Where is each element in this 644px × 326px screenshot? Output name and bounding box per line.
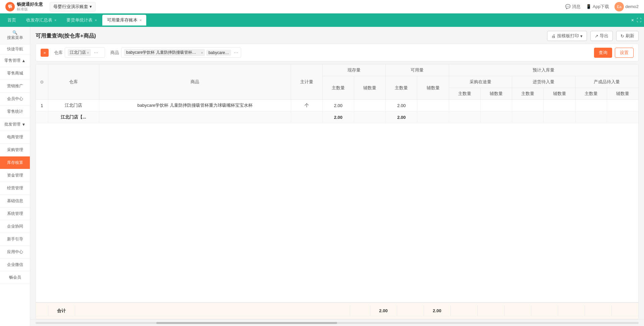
- sidebar-item-marketing[interactable]: 营销推广: [0, 80, 30, 93]
- th-stock-main: 主数量: [322, 76, 354, 100]
- data-table: ⚙ 仓库 商品 主计量 现存量 可用量 预计入库量 主数量 辅数量 主数量 辅数…: [36, 64, 638, 123]
- sidebar-item-vip[interactable]: 畅会员: [0, 271, 30, 284]
- close-all-tabs[interactable]: ×: [631, 17, 634, 23]
- table-footer: 合计 2.00 2.00: [36, 302, 638, 319]
- sidebar-item-inventory[interactable]: 库存核算: [0, 156, 30, 169]
- user-profile[interactable]: Ea demo2: [614, 2, 639, 11]
- warehouse-input[interactable]: 江北门店 × ···: [65, 47, 105, 58]
- export-icon: ↗: [595, 34, 598, 39]
- sidebar-item-ops[interactable]: 经营管理: [0, 182, 30, 195]
- warehouse-tag-close[interactable]: ×: [87, 51, 89, 55]
- sidebar-item-wholesale-mgmt[interactable]: 批发管理 ▼: [0, 118, 30, 131]
- th-product-group: 产成品待入量: [575, 76, 638, 88]
- sidebar-item-purchase[interactable]: 采购管理: [0, 144, 30, 156]
- app-download-button[interactable]: 📱 App下载: [586, 4, 609, 10]
- sidebar-item-ecommerce[interactable]: 电商管理: [0, 131, 30, 144]
- logo-text: 畅捷通好生意 标准版: [17, 2, 43, 11]
- chevron-down-icon: ▾: [580, 34, 583, 39]
- horizontal-scrollbar[interactable]: [36, 322, 639, 324]
- export-button[interactable]: ↗ 导出: [590, 31, 613, 41]
- cell-product-sub: [607, 100, 638, 111]
- subtotal-available-main: 2.00: [386, 111, 417, 123]
- sidebar-item-newbie[interactable]: 新手引导: [0, 233, 30, 246]
- sidebar-item-system[interactable]: 系统管理: [0, 207, 30, 220]
- sidebar-item-zero-retail-mgmt[interactable]: 零售管理 ▲: [0, 54, 30, 67]
- table-container: ⚙ 仓库 商品 主计量 现存量 可用量 预计入库量 主数量 辅数量 主数量 辅数…: [36, 64, 639, 319]
- total-available-main: 2.00: [424, 306, 450, 316]
- sidebar-item-member[interactable]: 会员中心: [0, 93, 30, 105]
- sidebar-item-finance[interactable]: 资金管理: [0, 169, 30, 182]
- tab-order-stats[interactable]: 要货单统计表 ×: [62, 15, 101, 26]
- chevron-down-icon: ▾: [90, 4, 92, 9]
- total-label: 合计: [48, 306, 75, 316]
- filter-expand-button[interactable]: »: [41, 49, 49, 57]
- query-button[interactable]: 查询: [594, 48, 612, 58]
- bottom-bar: [30, 319, 644, 326]
- sidebar-item-enterprise[interactable]: 企业协同: [0, 220, 30, 233]
- page-actions: 🖨 按模板打印 ▾ ↗ 导出 ↻ 刷新: [547, 31, 639, 41]
- subtotal-warehouse: 江北门店【...: [48, 111, 99, 123]
- refresh-icon: ↻: [621, 34, 624, 39]
- th-warehouse: 仓库: [48, 64, 99, 100]
- close-tab-3[interactable]: ×: [140, 18, 142, 22]
- settings-button[interactable]: 设置: [615, 48, 634, 58]
- print-icon: 🖨: [551, 34, 556, 39]
- scroll-thumb[interactable]: [156, 322, 337, 324]
- cell-available-sub: [417, 100, 449, 111]
- th-available-main: 主数量: [386, 76, 417, 100]
- industry-selector[interactable]: 母婴行业演示账套 ▾: [50, 2, 96, 11]
- th-product-sub: 辅数量: [607, 88, 638, 100]
- product-filter: 商品 babycare学饮杯 儿童防摔防撞吸管杯重力球吸嘴杯宝宝水杯 × bab…: [110, 47, 241, 58]
- message-icon: 💬: [565, 4, 571, 9]
- refresh-button[interactable]: ↻ 刷新: [616, 31, 639, 41]
- sidebar-item-stats[interactable]: 零售统计: [0, 105, 30, 118]
- th-purchase-main: 主数量: [449, 88, 480, 100]
- th-purchase-sub: 辅数量: [480, 88, 512, 100]
- chevron-down-icon: ▼: [22, 122, 26, 127]
- close-tab-2[interactable]: ×: [95, 18, 97, 22]
- fullscreen-icon[interactable]: ⛶: [637, 17, 641, 23]
- th-available-sub: 辅数量: [417, 76, 449, 100]
- sidebar-item-wechat[interactable]: 企业微信: [0, 259, 30, 271]
- warehouse-tag: 江北门店 ×: [68, 49, 91, 56]
- subtotal-row: 江北门店【... 2.00 2.00: [36, 111, 638, 123]
- message-button[interactable]: 💬 消息: [565, 4, 581, 10]
- logo-icon: 畅: [5, 2, 15, 11]
- gear-icon[interactable]: ⚙: [40, 80, 44, 85]
- th-inbound-main: 主数量: [512, 88, 544, 100]
- download-icon: 📱: [586, 4, 591, 9]
- warehouse-more[interactable]: ···: [94, 50, 98, 56]
- th-product-main: 主数量: [575, 88, 607, 100]
- sidebar-search[interactable]: 🔍 搜索菜单: [0, 27, 30, 44]
- print-button[interactable]: 🖨 按模板打印 ▾: [547, 31, 587, 41]
- cell-inbound-sub: [544, 100, 575, 111]
- cell-stock-sub: [354, 100, 386, 111]
- tab-inventory-summary[interactable]: 收发存汇总表 ×: [21, 15, 61, 26]
- page-title: 可用量查询(按仓库+商品): [36, 33, 96, 40]
- main-layout: 🔍 搜索菜单 快捷导航 零售管理 ▲ 零售商城 营销推广 会员中心 零售统计 批…: [0, 27, 644, 326]
- top-bar: 畅 畅捷通好生意 标准版 母婴行业演示账套 ▾ 💬 消息 📱 App下载 Ea …: [0, 0, 644, 13]
- th-unit: 主计量: [291, 64, 322, 100]
- close-tab-1[interactable]: ×: [54, 18, 56, 22]
- product-tag-close[interactable]: ×: [201, 51, 203, 55]
- top-bar-right: 💬 消息 📱 App下载 Ea demo2: [565, 2, 639, 11]
- sidebar: 🔍 搜索菜单 快捷导航 零售管理 ▲ 零售商城 营销推广 会员中心 零售统计 批…: [0, 27, 30, 326]
- th-incoming-group: 预计入库量: [449, 64, 638, 76]
- sidebar-item-basic[interactable]: 基础信息: [0, 195, 30, 207]
- product-input[interactable]: babycare学饮杯 儿童防摔防撞吸管杯重力球吸嘴杯宝宝水杯 × babyca…: [121, 47, 241, 58]
- cell-warehouse: 江北门店: [48, 100, 99, 111]
- product-more[interactable]: ···: [234, 50, 238, 56]
- cell-product-main: [575, 100, 607, 111]
- th-inbound-group: 进货待入量: [512, 76, 575, 88]
- sidebar-item-apps[interactable]: 应用中心: [0, 246, 30, 259]
- cell-available-main: 2.00: [386, 100, 417, 111]
- tab-home[interactable]: 首页: [3, 15, 21, 26]
- cell-product: babycare学饮杯 儿童防摔防撞吸管杯重力球吸嘴杯宝宝水杯: [99, 100, 291, 111]
- th-available-group: 可用量: [386, 64, 449, 76]
- sidebar-quick-nav[interactable]: 快捷导航: [0, 44, 30, 54]
- sidebar-item-zero-shop[interactable]: 零售商城: [0, 67, 30, 80]
- warehouse-filter: 仓库 江北门店 × ···: [54, 47, 105, 58]
- filter-bar: » 仓库 江北门店 × ··· 商品 babycare学饮杯 儿童防摔防撞吸管杯…: [36, 44, 639, 61]
- th-purchase-group: 采购在途量: [449, 76, 512, 88]
- tab-available-inventory[interactable]: 可用量库存账本 ×: [102, 15, 146, 26]
